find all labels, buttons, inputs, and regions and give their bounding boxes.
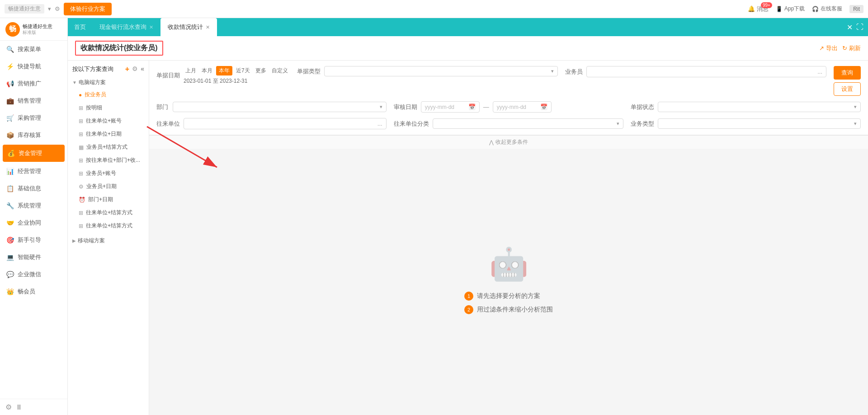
review-date-to-input[interactable]: yyyy-mm-dd 📅	[493, 101, 552, 113]
scheme-item-salesperson-date[interactable]: ⚙ 业务员+日期	[68, 180, 149, 193]
maximize-icon[interactable]: ⛶	[856, 23, 863, 31]
scheme-item-icon: ▦	[79, 144, 84, 151]
collapse-sidebar-icon[interactable]: ⏸	[15, 403, 23, 411]
sidebar-item-member[interactable]: 👑 畅会员	[0, 283, 67, 300]
sidebar-item-label: 新手引导	[18, 236, 41, 244]
sidebar-item-enterprise[interactable]: 🤝 企业协同	[0, 214, 67, 231]
date-tab-last-month[interactable]: 上月	[184, 66, 198, 75]
salesperson-select[interactable]: ...	[586, 66, 826, 77]
scheme-item-partner-settle1[interactable]: ⊞ 往来单位+结算方式	[68, 206, 149, 219]
scheme-item-icon: ⊞	[79, 223, 83, 229]
voucher-status-select[interactable]: ▾	[658, 102, 861, 112]
review-date-from-placeholder: yyyy-mm-dd	[425, 104, 466, 110]
scheme-item-partner-account[interactable]: ⊞ 往来单位+账号	[68, 114, 149, 127]
sidebar-item-guide[interactable]: 🎯 新手引导	[0, 231, 67, 249]
voucher-status-label: 单据状态	[631, 103, 654, 111]
sidebar-item-purchase[interactable]: 🛒 采购管理	[0, 109, 67, 127]
sidebar-item-operations[interactable]: 📊 经营管理	[0, 163, 67, 180]
voucher-type-label: 单据类型	[297, 67, 321, 75]
voucher-type-group: 单据类型 ▾	[297, 66, 558, 76]
online-service-link[interactable]: 🎧 在线客服	[812, 5, 842, 13]
bank-flow-tab-label: 现金银行流水查询	[99, 23, 146, 31]
settings-button[interactable]: 设置	[834, 82, 861, 96]
sidebar-item-basic[interactable]: 📋 基础信息	[0, 180, 67, 197]
date-tab-custom[interactable]: 自定义	[270, 66, 290, 75]
scheme-group-desktop: ▼ 电脑端方案 ● 按业务员 ⊞ 按明细 ⊞	[68, 77, 149, 232]
scheme-group-desktop-title[interactable]: ▼ 电脑端方案	[68, 77, 149, 88]
scheme-item-icon: ⊞	[79, 210, 83, 216]
partner-label: 往来单位	[156, 120, 180, 128]
partner-category-select[interactable]: ▾	[433, 118, 624, 129]
sidebar-item-search[interactable]: 🔍 搜索菜单	[0, 41, 67, 58]
sidebar-item-inventory[interactable]: 📦 库存核算	[0, 127, 67, 144]
scheme-panel-header: 按以下方案查询 + ⚙ «	[68, 65, 149, 77]
biz-type-select[interactable]: ▾	[658, 118, 861, 129]
trial-button[interactable]: 体验行业方案	[64, 3, 112, 15]
scheme-panel: 按以下方案查询 + ⚙ « ▼ 电脑端方案	[68, 61, 149, 415]
sidebar-item-quick-nav[interactable]: ⚡ 快捷导航	[0, 58, 67, 75]
main-layout: 畅 畅捷通好生意 标准版 🔍 搜索菜单 ⚡ 快捷导航 📢 营销推广 💼 销售管理	[0, 18, 868, 415]
scheme-item-partner-settle2[interactable]: ⊞ 往来单位+结算方式	[68, 219, 149, 232]
system-icon: 🔧	[6, 202, 14, 209]
scheme-item-partner-dept-collect[interactable]: ⊞ 按往来单位+部门+收...	[68, 154, 149, 167]
group-expand-icon: ▼	[72, 80, 77, 85]
date-tab-more[interactable]: 更多	[254, 66, 268, 75]
breadcrumb-chevron-icon[interactable]: ▾	[48, 5, 51, 12]
tab-bank-flow[interactable]: 现金银行流水查询 ✕	[92, 18, 160, 36]
sidebar-item-marketing[interactable]: 📢 营销推广	[0, 75, 67, 92]
date-tab-this-year[interactable]: 本年	[216, 66, 232, 75]
user-area[interactable]: Rit	[849, 5, 863, 13]
settings-icon[interactable]: ⚙	[55, 5, 60, 12]
scheme-item-icon: ⊞	[79, 118, 83, 124]
tab-home[interactable]: 首页	[68, 18, 92, 36]
date-label: 单据日期	[156, 71, 180, 80]
scheme-item-salesperson-account[interactable]: ⊞ 业务员+账号	[68, 167, 149, 180]
tab-close-bank-flow[interactable]: ✕	[149, 24, 153, 30]
sidebar-item-hardware[interactable]: 💻 智能硬件	[0, 249, 67, 266]
voucher-status-arrow-icon: ▾	[854, 104, 857, 110]
review-date-from-input[interactable]: yyyy-mm-dd 📅	[421, 101, 480, 113]
voucher-type-select[interactable]: ▾	[324, 66, 558, 76]
query-button[interactable]: 查询	[834, 66, 861, 80]
scheme-item-dept-date[interactable]: ⏰ 部门+日期	[68, 193, 149, 206]
scheme-group-label: 电脑端方案	[79, 79, 106, 86]
partner-more-icon[interactable]: ...	[377, 120, 382, 127]
scheme-item-detail[interactable]: ⊞ 按明细	[68, 101, 149, 114]
scheme-item-label: 按业务员	[85, 91, 106, 99]
close-all-tabs-icon[interactable]: ✕	[847, 23, 853, 32]
sidebar-item-system[interactable]: 🔧 系统管理	[0, 197, 67, 214]
date-tab-7days[interactable]: 近7天	[234, 66, 252, 75]
filter-row-1: 单据日期 上月 本月 本年 近7天 更多 自定义	[156, 66, 861, 96]
query-buttons: 查询 设置	[834, 66, 861, 96]
scheme-item-active-icon: ●	[79, 92, 82, 98]
empty-step-1: 1 请先选择要分析的方案	[464, 292, 553, 301]
notification-area[interactable]: 🔔 消息 99+	[748, 5, 769, 13]
sidebar-item-finance[interactable]: 💰 资金管理	[3, 145, 65, 162]
filter-content-area: 按以下方案查询 + ⚙ « ▼ 电脑端方案	[68, 61, 868, 415]
scheme-settings-icon[interactable]: ⚙	[132, 65, 138, 73]
scheme-group-mobile-title[interactable]: ▶ 移动端方案	[68, 235, 149, 246]
operations-icon: 📊	[6, 168, 14, 175]
scheme-item-salesperson-settle[interactable]: ▦ 业务员+结算方式	[68, 141, 149, 154]
salesperson-more-icon[interactable]: ...	[817, 68, 822, 75]
sidebar-item-wechat[interactable]: 💬 企业微信	[0, 266, 67, 283]
collapse-bar[interactable]: ⋀ 收起更多条件	[149, 135, 868, 149]
refresh-button[interactable]: ↻ 刷新	[842, 44, 861, 52]
export-button[interactable]: ↗ 导出	[819, 44, 838, 52]
sidebar-item-sales[interactable]: 💼 销售管理	[0, 92, 67, 109]
tab-receipt-stats[interactable]: 收款情况统计 ✕	[160, 18, 217, 36]
dept-select[interactable]: ▾	[173, 102, 387, 112]
date-tab-this-month[interactable]: 本月	[200, 66, 214, 75]
sidebar-item-label: 企业微信	[18, 270, 41, 278]
settings-bottom-icon[interactable]: ⚙	[5, 403, 12, 411]
app-download-link[interactable]: 📱 App下载	[776, 5, 805, 13]
scheme-item-label: 往来单位+结算方式	[86, 222, 132, 230]
tab-close-receipt-stats[interactable]: ✕	[206, 24, 210, 30]
page-header: 收款情况统计(按业务员) ↗ 导出 ↻ 刷新	[68, 36, 868, 61]
scheme-item-salesperson[interactable]: ● 按业务员	[68, 88, 149, 101]
refresh-icon: ↻	[842, 45, 847, 52]
scheme-collapse-icon[interactable]: «	[141, 65, 144, 73]
scheme-add-icon[interactable]: +	[125, 65, 129, 73]
scheme-item-partner-date[interactable]: ⊞ 往来单位+日期	[68, 127, 149, 141]
partner-select[interactable]: ...	[184, 118, 387, 129]
